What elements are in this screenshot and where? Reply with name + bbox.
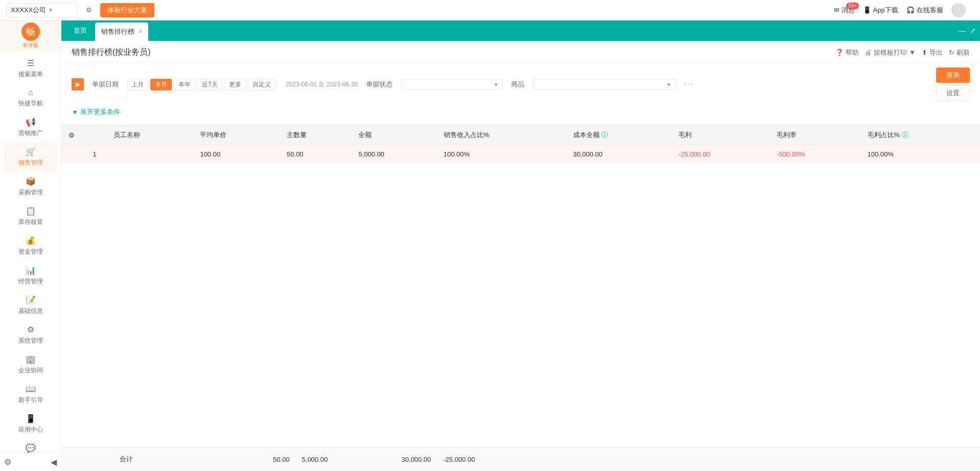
- date-btn-7days[interactable]: 近7天: [197, 79, 222, 91]
- tab-sales-rank-label: 销售排行榜: [101, 27, 134, 36]
- sidebar-item-finance[interactable]: 💰 资金管理: [3, 232, 58, 260]
- export-button[interactable]: ⬆ 导出: [922, 48, 943, 57]
- row-profit-rate: -500.00%: [770, 145, 861, 164]
- settings-icon[interactable]: ⚙: [82, 3, 96, 17]
- table-footer: 合计 50.00 5,000.00 30,000.00 -25,000.00: [61, 447, 980, 471]
- logo-icon: 畅: [21, 23, 40, 41]
- enterprise-icon: 🏢: [26, 354, 36, 364]
- tab-maximize-btn[interactable]: ⤢: [970, 27, 976, 35]
- sidebar-item-basic-info[interactable]: 📝 基础信息: [3, 291, 58, 320]
- page-content: 销售排行榜(按业务员) ❓ 帮助 🖨 按模板打印 ▼ ⬆ 导出: [61, 41, 980, 471]
- sidebar-item-enterprise[interactable]: 🏢 企业协同: [3, 350, 58, 379]
- top-right-area: ✉ 消息 99+ 📱 App下载 🎧 在线客服: [834, 3, 974, 17]
- row-settings: [61, 145, 82, 164]
- table-settings-button[interactable]: 设置: [936, 85, 970, 101]
- sidebar-item-system-label: 系统管理: [18, 337, 43, 345]
- status-select[interactable]: ▼: [401, 79, 503, 90]
- date-label: 单据日期: [92, 80, 119, 89]
- sidebar-item-marketing[interactable]: 📢 营销推广: [3, 113, 58, 142]
- main-layout: 畅 标准版 ☰ 搜索菜单 ⌂ 快捷导航 📢 营销推广 🛒 销售管理 📦 采购: [0, 20, 980, 471]
- date-btn-prev-month[interactable]: 上月: [127, 79, 148, 91]
- tab-minimize-btn[interactable]: —: [959, 27, 966, 35]
- sidebar-item-inventory-label: 库存核算: [18, 218, 43, 227]
- table-container: ⚙ 员工名称 平均单价 主数量 全额 销售收入占比% 成本全额 ⓘ 毛利 毛利率: [61, 125, 980, 447]
- user-avatar[interactable]: [951, 3, 966, 17]
- sidebar-collapse-btn[interactable]: ◀: [51, 457, 57, 467]
- tab-close-icon[interactable]: ×: [139, 28, 142, 35]
- sidebar-item-operations[interactable]: 📊 经营管理: [3, 261, 58, 290]
- row-amount: 5,000.00: [352, 145, 437, 164]
- system-icon: ⚙: [27, 325, 34, 334]
- profit-pct-info-icon[interactable]: ⓘ: [902, 131, 908, 139]
- goods-select-arrow: ▼: [666, 82, 671, 87]
- sidebar-item-search[interactable]: ☰ 搜索菜单: [3, 54, 58, 83]
- help-button[interactable]: ❓ 帮助: [835, 48, 859, 57]
- inventory-icon: 📋: [26, 206, 36, 216]
- footer-sales-pct: [334, 456, 395, 462]
- print-label: 按模板打印: [874, 48, 907, 57]
- sidebar-item-quick-nav[interactable]: ⌂ 快捷导航: [3, 84, 58, 112]
- sidebar-settings-btn[interactable]: ⚙: [4, 457, 11, 467]
- page-header: 销售排行榜(按业务员) ❓ 帮助 🖨 按模板打印 ▼ ⬆ 导出: [61, 41, 980, 62]
- footer-amount: 5,000.00: [296, 453, 334, 466]
- export-label: 导出: [929, 48, 943, 57]
- filter-more-dots[interactable]: ···: [684, 80, 694, 89]
- table-area: ⚙ 员工名称 平均单价 主数量 全额 销售收入占比% 成本全额 ⓘ 毛利 毛利率: [61, 125, 980, 471]
- refresh-label: 刷新: [956, 48, 970, 57]
- footer-rank-cell: [88, 456, 113, 462]
- col-header-settings[interactable]: ⚙: [61, 125, 82, 145]
- table-header-row: ⚙ 员工名称 平均单价 主数量 全额 销售收入占比% 成本全额 ⓘ 毛利 毛利率: [61, 125, 980, 145]
- export-icon: ⬆: [922, 49, 927, 56]
- tab-sales-rank[interactable]: 销售排行榜 ×: [95, 23, 148, 41]
- date-btn-this-year[interactable]: 本年: [174, 79, 195, 91]
- sidebar-item-marketing-label: 营销推广: [18, 129, 43, 138]
- row-cost-amount: 30,000.00: [567, 145, 672, 164]
- trial-button[interactable]: 体验行业方案: [100, 3, 154, 17]
- sidebar-item-system[interactable]: ⚙ 系统管理: [3, 321, 58, 349]
- app-icon: 📱: [863, 6, 871, 14]
- search-menu-icon: ☰: [27, 58, 34, 68]
- wechat-icon: 💬: [26, 443, 36, 453]
- sidebar-item-wechat[interactable]: 💬 企业微信: [3, 439, 58, 453]
- cost-info-icon[interactable]: ⓘ: [601, 131, 608, 139]
- sidebar-item-app-center[interactable]: 📱 应用中心: [3, 410, 58, 438]
- message-button[interactable]: ✉ 消息 99+: [834, 6, 855, 15]
- toggle-arrow-icon: ▶: [76, 81, 80, 88]
- date-btn-this-month[interactable]: 本月: [150, 79, 172, 91]
- tab-home[interactable]: 首页: [65, 20, 95, 41]
- sidebar-item-purchase[interactable]: 📦 采购管理: [3, 172, 58, 201]
- goods-select[interactable]: ▼: [533, 79, 676, 90]
- sidebar-item-inventory[interactable]: 📋 库存核算: [3, 202, 58, 231]
- refresh-icon: ↻: [949, 49, 954, 56]
- sidebar-item-enterprise-label: 企业协同: [18, 366, 43, 375]
- date-btn-more[interactable]: 更多: [224, 79, 246, 91]
- sidebar-item-sales[interactable]: 🛒 销售管理: [3, 143, 58, 171]
- query-button[interactable]: 查询: [936, 68, 970, 83]
- basic-info-icon: 📝: [26, 295, 36, 305]
- print-dropdown-icon: ▼: [909, 49, 916, 56]
- sidebar-item-guide[interactable]: 📖 新手引导: [3, 380, 58, 409]
- company-selector[interactable]: XXXXX公司 ▼: [6, 3, 78, 17]
- content-area: 首页 销售排行榜 × — ⤢ 销售排行榜(按业务员) ❓ 帮助: [61, 20, 980, 471]
- sidebar-item-purchase-label: 采购管理: [18, 188, 43, 197]
- date-btn-custom[interactable]: 自定义: [248, 79, 276, 91]
- filter-toggle[interactable]: ▶: [72, 78, 84, 91]
- app-download-button[interactable]: 📱 App下载: [863, 6, 898, 15]
- row-profit-pct: 100.00%: [861, 145, 980, 164]
- online-service-button[interactable]: 🎧 在线客服: [906, 6, 943, 15]
- guide-icon: 📖: [26, 384, 36, 394]
- refresh-button[interactable]: ↻ 刷新: [949, 48, 970, 57]
- tab-bar: 首页 销售排行榜 × — ⤢: [61, 20, 980, 41]
- expand-more-btn[interactable]: ▼ 展开更多条件: [72, 107, 970, 117]
- print-button[interactable]: 🖨 按模板打印 ▼: [865, 48, 916, 57]
- filter-row: ▶ 单据日期 上月 本月 本年 近7天 更多 自定义 2023-06-01 至 …: [72, 68, 970, 101]
- app-label: App下载: [873, 6, 898, 15]
- sidebar-item-basic-info-label: 基础信息: [18, 307, 43, 316]
- query-settings-group: 查询 设置: [936, 68, 970, 101]
- table-row: 1 100.00 50.00 5,000.00 100.00% 30,000.0…: [61, 145, 980, 164]
- page-title: 销售排行榜(按业务员): [72, 47, 151, 58]
- sidebar-item-guide-label: 新手引导: [18, 396, 43, 405]
- online-label: 在线客服: [917, 6, 943, 15]
- home-icon: ⌂: [28, 88, 33, 97]
- print-icon: 🖨: [865, 49, 872, 56]
